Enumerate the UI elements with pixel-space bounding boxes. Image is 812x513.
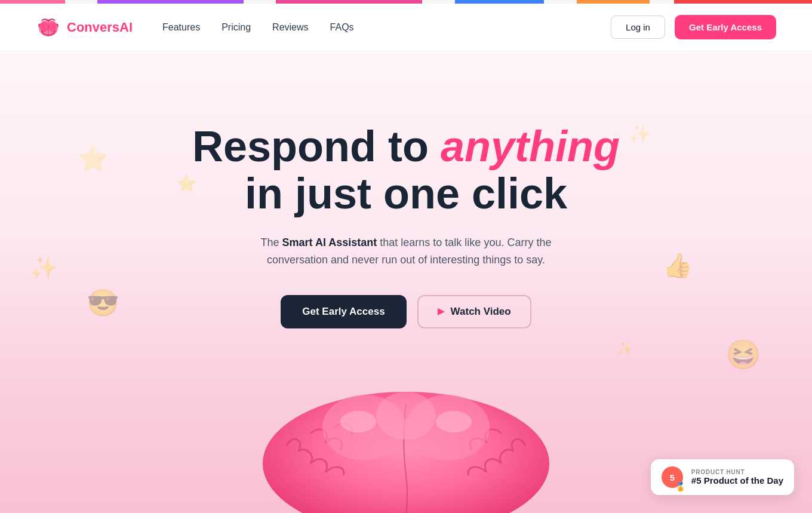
logo-link[interactable]: ConversAI <box>36 15 133 40</box>
watch-video-button[interactable]: Watch Video <box>417 295 531 328</box>
deco-sparkle-3: ✨ <box>617 341 633 357</box>
early-access-nav-button[interactable]: Get Early Access <box>675 15 776 39</box>
product-hunt-badge[interactable]: 5 🏅 PRODUCT HUNT #5 Product of the Day <box>651 459 794 495</box>
product-hunt-title: #5 Product of the Day <box>691 475 783 486</box>
deco-sunglasses: 😎 <box>87 287 119 318</box>
deco-sparkle-2: ✨ <box>629 123 651 144</box>
navbar-left: ConversAI Features Pricing Reviews FAQs <box>36 15 354 40</box>
nav-links: Features Pricing Reviews FAQs <box>162 22 354 33</box>
nav-link-features[interactable]: Features <box>162 22 200 32</box>
brain-logo-icon <box>36 15 61 40</box>
nav-link-faqs[interactable]: FAQs <box>330 22 354 32</box>
hero-section: ⭐ ✨ ⭐ 😎 ✨ 👍 😆 ✨ Respond to anything in j… <box>0 51 812 513</box>
hero-subtitle: The Smart AI Assistant that learns to ta… <box>239 234 573 269</box>
play-icon <box>438 308 445 315</box>
watch-video-label: Watch Video <box>451 306 511 318</box>
product-hunt-text: PRODUCT HUNT #5 Product of the Day <box>691 469 783 486</box>
navbar-right: Log in Get Early Access <box>611 15 776 39</box>
svg-point-2 <box>48 21 57 32</box>
hero-title: Respond to anything in just one click <box>192 123 620 217</box>
product-hunt-icon: 5 🏅 <box>662 466 683 488</box>
hero-content: Respond to anything in just one click Th… <box>192 123 620 328</box>
deco-sparkle-1: ✨ <box>30 254 58 281</box>
brain-illustration <box>227 356 585 513</box>
medal-icon: 🏅 <box>675 482 685 492</box>
logo-text: ConversAI <box>67 20 133 35</box>
deco-thumbsup: 👍 <box>663 251 693 279</box>
product-hunt-label: PRODUCT HUNT <box>691 469 783 475</box>
hero-title-part2: in just one click <box>245 170 567 217</box>
hero-title-part1: Respond to <box>192 122 441 170</box>
early-access-hero-button[interactable]: Get Early Access <box>281 295 406 328</box>
deco-laugh: 😆 <box>725 338 761 371</box>
login-button[interactable]: Log in <box>611 16 665 39</box>
deco-star-1: ⭐ <box>78 144 109 173</box>
svg-point-1 <box>40 21 48 32</box>
nav-link-reviews[interactable]: Reviews <box>272 22 308 32</box>
hero-title-highlight: anything <box>441 122 620 170</box>
svg-point-9 <box>436 411 472 432</box>
hero-buttons: Get Early Access Watch Video <box>192 295 620 328</box>
svg-point-7 <box>376 392 436 440</box>
navbar: ConversAI Features Pricing Reviews FAQs … <box>0 4 812 51</box>
svg-point-8 <box>340 411 376 432</box>
nav-link-pricing[interactable]: Pricing <box>222 22 251 32</box>
